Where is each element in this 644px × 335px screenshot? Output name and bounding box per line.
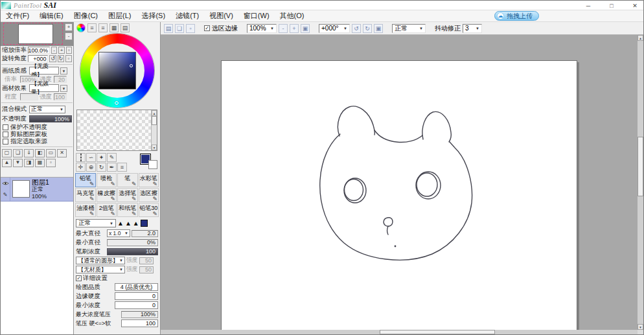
sv-marker[interactable] [130, 64, 133, 67]
menu-file[interactable]: 文件(F) [1, 10, 34, 21]
hsv-slider-tab-icon[interactable]: ≡ [98, 23, 108, 32]
nav-rotate-reset-button[interactable]: ▫ [65, 55, 72, 62]
maximize-button[interactable]: □ [606, 3, 617, 9]
nav-zoom-reset-button[interactable]: ▫ [66, 47, 72, 54]
brush-tip-shape-icon[interactable]: ▲ [125, 220, 132, 227]
pen-tool-icon[interactable]: ✎ [107, 153, 117, 162]
pressure-hard-soft-value[interactable]: 100 [121, 319, 158, 327]
navigator-angle-value[interactable]: +000 [28, 55, 48, 62]
rotate-cw-button[interactable]: ↻ [363, 24, 372, 33]
rotate-ccw-button[interactable]: ↺ [352, 24, 361, 33]
open-file-icon[interactable]: ❏ [175, 24, 184, 33]
zoom-tool-icon[interactable]: ⊕ [86, 163, 96, 172]
hue-marker[interactable] [115, 101, 119, 105]
opacity-slider[interactable]: 100% [29, 115, 72, 122]
material-effect-select[interactable]: 【无效果】 [29, 84, 59, 92]
paper-texture-dropdown-icon[interactable]: ▼ [60, 67, 67, 75]
new-canvas-icon[interactable]: ▤ [164, 24, 173, 33]
material-effect-dropdown-icon[interactable]: ▼ [60, 85, 67, 92]
scratchpad-swatch-area[interactable]: ▲ ▼ [76, 110, 157, 151]
scroll-up-icon[interactable]: ▲ [152, 110, 157, 116]
new-layer-folder-button[interactable]: ❏ [13, 149, 23, 157]
scroll-down-icon[interactable]: ▼ [152, 144, 157, 150]
saturation-value-square[interactable] [98, 52, 136, 89]
save-file-icon[interactable]: ▫ [186, 24, 195, 33]
draw-quality-select[interactable]: 4 (品质优先) [115, 283, 158, 291]
zoom-in-button[interactable]: + [290, 24, 299, 33]
vertical-scroll-thumb[interactable] [638, 137, 643, 196]
tool-pencil[interactable]: 铅笔✎ [75, 173, 96, 187]
brush-tip-shape-icon[interactable]: ▲ [133, 220, 139, 227]
color-wheel-tab-icon[interactable] [76, 23, 86, 32]
tool-marker[interactable]: 马克笔✎ [75, 188, 96, 202]
layer-visibility-eye-icon[interactable] [2, 181, 9, 186]
horizontal-scrollbar[interactable] [161, 330, 638, 334]
color-wheel[interactable] [80, 34, 154, 108]
nav-rotate-ccw-button[interactable]: ↺ [49, 55, 56, 62]
scroll-up-icon[interactable]: ▲ [638, 35, 643, 41]
vertical-scrollbar[interactable]: ▲ ▼ [638, 35, 643, 330]
menu-layer[interactable]: 图层(L) [103, 10, 136, 21]
diameter-unit-select[interactable]: x 1.0 ▼ [107, 229, 130, 237]
nav-rotate-cw-button[interactable]: ↻ [58, 55, 64, 62]
tool-eraser[interactable]: 橡皮擦✎ [97, 188, 117, 202]
menu-edit[interactable]: 编辑(E) [34, 10, 69, 21]
transfer-down-button[interactable]: ⇓ [24, 149, 34, 157]
background-color-swatch[interactable] [148, 160, 157, 169]
scratchpad-scrollbar[interactable]: ▲ ▼ [151, 110, 157, 150]
layer-grid-button[interactable]: ▦ [35, 159, 45, 167]
layer-item-selected[interactable]: ✎ 图层1 正常 100% [1, 178, 73, 202]
tool-binary-pen[interactable]: 2值笔✎ [97, 203, 117, 217]
paper-texture-select[interactable]: 【无质感】 [29, 67, 59, 75]
stabilizer-select[interactable]: 3 ▼ [463, 24, 482, 33]
scratchpad-tab-icon[interactable]: ▤ [121, 23, 130, 32]
swatches-tab-icon[interactable]: ▦ [109, 23, 119, 32]
scroll-thumb[interactable] [152, 116, 157, 125]
layer-misc-button[interactable]: ▫ [46, 159, 56, 167]
menu-image[interactable]: 图像(C) [69, 10, 103, 21]
angle-select[interactable]: +000° ▼ [319, 24, 350, 33]
move-tool-icon[interactable]: ✛ [76, 163, 86, 172]
max-density-pressure-value[interactable]: 100% [121, 311, 158, 318]
clipping-mask-checkbox[interactable] [3, 132, 8, 137]
layer-blend-mode-select[interactable]: 正常 ▼ [29, 106, 65, 113]
tool-pencil30[interactable]: 铅笔30✎ [139, 203, 159, 217]
menu-select[interactable]: 选择(S) [136, 10, 170, 21]
min-density-value[interactable]: 0 [115, 301, 158, 309]
rotate-tool-icon[interactable]: ↻ [97, 163, 106, 172]
menu-others[interactable]: 其他(O) [275, 10, 310, 21]
nav-zoom-minus-button[interactable]: - [51, 47, 57, 54]
angle-reset-button[interactable]: ▣ [374, 24, 383, 33]
navigator-zoom-value[interactable]: 100.0% [28, 47, 50, 54]
scroll-down-icon[interactable]: ▼ [638, 324, 643, 330]
tool-watercolor[interactable]: 水彩笔✎ [139, 173, 159, 187]
lasso-tool-icon[interactable]: ∽ [86, 153, 96, 162]
zoom-select[interactable]: 100% ▼ [247, 24, 277, 33]
magic-wand-tool-icon[interactable]: ✦ [97, 153, 106, 162]
brush-blend-mode-select[interactable]: 正常 ▼ [76, 219, 116, 227]
edge-hardness-value[interactable]: 0 [115, 292, 158, 300]
menu-view[interactable]: 视图(V) [204, 10, 238, 21]
navigator-preview[interactable]: + - [1, 22, 73, 46]
tool-bucket[interactable]: 油漆桶✎ [75, 203, 96, 217]
minimize-button[interactable]: ─ [582, 3, 594, 9]
tool-airbrush[interactable]: 喷枪✎ [97, 173, 117, 187]
zoom-reset-button[interactable]: ▣ [301, 24, 310, 33]
pan-tool-icon[interactable]: ≡ [117, 163, 127, 172]
layer-move-up-button[interactable]: ▲ [2, 159, 12, 167]
brush-tip-shape-icon[interactable]: ▲ [117, 220, 124, 227]
eyedropper-tool-icon[interactable]: ✒ [107, 163, 117, 172]
canvas-blend-mode-select[interactable]: 正常 ▼ [392, 24, 426, 33]
protect-opacity-checkbox[interactable] [3, 124, 8, 130]
close-button[interactable]: ✕ [629, 3, 641, 9]
brush-texture-select[interactable]: 【无材质】 ▼ [76, 266, 125, 273]
detail-settings-checkbox[interactable]: ✓ [76, 275, 82, 281]
layer-mask-button[interactable]: ◨ [24, 159, 34, 167]
drag-upload-button[interactable]: ☁ 拖拽上传 [494, 11, 539, 21]
min-diameter-slider[interactable]: 0% [107, 239, 158, 246]
horizontal-scroll-thumb[interactable] [380, 330, 495, 334]
tool-paper-pen[interactable]: 和纸笔✎ [117, 203, 138, 217]
rgb-slider-tab-icon[interactable]: ≡ [87, 23, 97, 32]
tool-pen[interactable]: 笔✎ [117, 173, 138, 187]
selection-source-checkbox[interactable] [3, 139, 8, 144]
